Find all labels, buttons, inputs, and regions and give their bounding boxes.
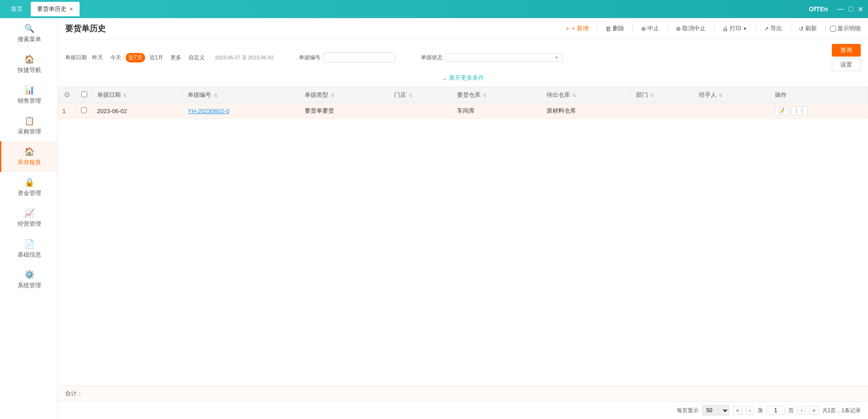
th-number-sort-icon[interactable]: ⇅ bbox=[214, 93, 217, 98]
column-settings-icon[interactable]: ⚙ bbox=[64, 91, 70, 99]
td-store bbox=[390, 103, 453, 119]
date-range-text: 2023-05-27 至 2023-06-02 bbox=[215, 55, 274, 60]
tab-close-icon[interactable]: ✕ bbox=[69, 6, 73, 12]
page-number-input[interactable] bbox=[767, 406, 785, 415]
row-detail-btn[interactable]: ⋮⋮ bbox=[791, 106, 808, 115]
print-icon: 🖨 bbox=[722, 25, 728, 32]
date-tab-custom[interactable]: 自定义 bbox=[186, 53, 208, 62]
sidebar-item-finance[interactable]: 🔒 资金管理 bbox=[0, 172, 57, 203]
row-number: 1 bbox=[62, 108, 66, 114]
th-date-label: 单据日期 bbox=[97, 91, 121, 98]
last-page-btn[interactable]: » bbox=[809, 406, 819, 415]
date-range-display: 2023-05-27 至 2023-06-02 bbox=[215, 54, 274, 61]
finance-icon: 🔒 bbox=[24, 177, 34, 187]
divider-6 bbox=[790, 25, 791, 32]
th-date-sort-icon[interactable]: ⇅ bbox=[123, 93, 127, 98]
minimize-btn[interactable]: — bbox=[837, 5, 844, 13]
tab-home-label: 首页 bbox=[11, 5, 23, 13]
sidebar-item-quick-nav[interactable]: 🏠 快捷导航 bbox=[0, 49, 57, 80]
date-filter-label: 单据日期 bbox=[65, 54, 87, 62]
doc-number-input[interactable] bbox=[323, 52, 396, 62]
display-cell-toggle[interactable]: 显示明细 bbox=[830, 24, 861, 33]
td-pending-warehouse: 原材料仓库 bbox=[542, 103, 632, 119]
td-type: 要货单要货 bbox=[300, 103, 390, 119]
row-type: 要货单要货 bbox=[305, 107, 334, 114]
prev-page-btn[interactable]: ‹ bbox=[746, 406, 754, 415]
delete-icon: 🗑 bbox=[605, 25, 611, 32]
stop-button[interactable]: ⊗ 中止 bbox=[637, 23, 663, 34]
sidebar-item-system[interactable]: ⚙️ 系统管理 bbox=[0, 264, 57, 295]
date-tab-7days[interactable]: 近7天 bbox=[126, 53, 145, 62]
sidebar: 🔍 搜索菜单 🏠 快捷导航 📊 销售管理 📋 采购管理 🏠 库存核算 🔒 资金管… bbox=[0, 18, 58, 419]
row-actions: 📝 ⋮⋮ bbox=[775, 106, 863, 115]
sidebar-item-system-label: 系统管理 bbox=[18, 281, 41, 290]
th-pending-sort-icon[interactable]: ⇅ bbox=[572, 93, 576, 98]
page-size-select[interactable]: 10 20 50 100 bbox=[702, 405, 729, 415]
expand-more-btn[interactable]: ⌄ 展开更多条件 bbox=[65, 74, 861, 82]
sidebar-item-inventory-label: 库存核算 bbox=[18, 158, 41, 167]
th-department: 部门 ⇅ bbox=[632, 87, 694, 103]
stop-icon: ⊗ bbox=[641, 25, 646, 32]
th-req-sort-icon[interactable]: ⇅ bbox=[483, 93, 486, 98]
footer-summary: 合计： bbox=[58, 386, 868, 401]
sidebar-item-purchase[interactable]: 📋 采购管理 bbox=[0, 110, 57, 141]
action-buttons: 查询 设置 bbox=[832, 44, 861, 71]
th-pending-warehouse: 待出仓库 ⇅ bbox=[542, 87, 632, 103]
th-store-sort-icon[interactable]: ⇅ bbox=[409, 93, 412, 98]
next-page-btn[interactable]: › bbox=[797, 406, 806, 415]
refresh-button[interactable]: ↺ 刷新 bbox=[795, 23, 821, 34]
doc-status-select[interactable]: ▼ bbox=[445, 53, 563, 62]
td-req-warehouse: 车间库 bbox=[452, 103, 542, 119]
sidebar-item-inventory[interactable]: 🏠 库存核算 bbox=[0, 141, 57, 172]
row-checkbox[interactable] bbox=[81, 107, 87, 113]
display-cell-label: 显示明细 bbox=[837, 24, 861, 33]
th-req-warehouse-label: 要货仓库 bbox=[457, 91, 481, 98]
export-button[interactable]: ↗ 导出 bbox=[760, 23, 786, 34]
date-tab-1month[interactable]: 近1月 bbox=[147, 53, 166, 62]
th-store-label: 门店 bbox=[394, 91, 406, 98]
pagination: 每页显示 10 20 50 100 « ‹ 第 页 › » 共1页，1条记录 bbox=[58, 401, 868, 419]
td-handler bbox=[694, 103, 770, 119]
tab-requisition-history[interactable]: 要货单历史 ✕ bbox=[31, 2, 80, 16]
divider-2 bbox=[632, 25, 633, 32]
divider-3 bbox=[667, 25, 668, 32]
divider-5 bbox=[755, 25, 756, 32]
add-button[interactable]: ＋ + 新增 bbox=[561, 23, 592, 34]
query-button[interactable]: 查询 bbox=[832, 44, 861, 57]
first-page-btn[interactable]: « bbox=[733, 406, 742, 415]
th-type-sort-icon[interactable]: ⇅ bbox=[331, 93, 335, 98]
th-handler-sort-icon[interactable]: ⇅ bbox=[719, 93, 722, 98]
th-dept-sort-icon[interactable]: ⇅ bbox=[651, 93, 654, 98]
toolbar: ＋ + 新增 🗑 删除 ⊗ 中止 ⊗ 取消中止 bbox=[561, 23, 861, 34]
sidebar-item-search-menu[interactable]: 🔍 搜索菜单 bbox=[0, 18, 57, 49]
cancel-stop-icon: ⊗ bbox=[676, 25, 681, 32]
td-department bbox=[632, 103, 694, 119]
page-size-label: 每页显示 bbox=[677, 407, 698, 414]
th-store: 门店 ⇅ bbox=[390, 87, 453, 103]
add-icon: ＋ bbox=[565, 24, 571, 33]
display-cell-checkbox[interactable] bbox=[830, 26, 836, 32]
date-tab-more[interactable]: 更多 bbox=[168, 53, 184, 62]
sidebar-item-sales[interactable]: 📊 销售管理 bbox=[0, 80, 57, 110]
date-tab-yesterday[interactable]: 昨天 bbox=[90, 53, 106, 62]
sidebar-item-operation[interactable]: 📈 经营管理 bbox=[0, 203, 57, 233]
maximize-btn[interactable]: □ bbox=[849, 5, 853, 13]
delete-label: 删除 bbox=[613, 24, 624, 33]
tab-home[interactable]: 首页 bbox=[5, 2, 29, 16]
row-date: 2023-06-02 bbox=[97, 108, 127, 114]
window-close-btn[interactable]: ✕ bbox=[858, 5, 863, 14]
row-edit-btn[interactable]: 📝 bbox=[775, 106, 788, 115]
settings-button[interactable]: 设置 bbox=[832, 58, 861, 71]
delete-button[interactable]: 🗑 删除 bbox=[602, 23, 628, 34]
date-tab-today[interactable]: 今天 bbox=[108, 53, 124, 62]
search-menu-icon: 🔍 bbox=[24, 24, 34, 33]
print-button[interactable]: 🖨 打印 ▼ bbox=[719, 23, 751, 34]
td-number[interactable]: YH-20230602-0 bbox=[183, 103, 300, 119]
select-all-checkbox[interactable] bbox=[81, 91, 87, 97]
th-type: 单据类型 ⇅ bbox=[300, 87, 390, 103]
add-label: + 新增 bbox=[572, 24, 589, 33]
brand-label: OfTEn bbox=[809, 5, 828, 13]
sidebar-item-basic-info[interactable]: 📄 基础信息 bbox=[0, 233, 57, 264]
cancel-stop-button[interactable]: ⊗ 取消中止 bbox=[672, 23, 709, 34]
row-pending-warehouse: 原材料仓库 bbox=[547, 107, 576, 114]
